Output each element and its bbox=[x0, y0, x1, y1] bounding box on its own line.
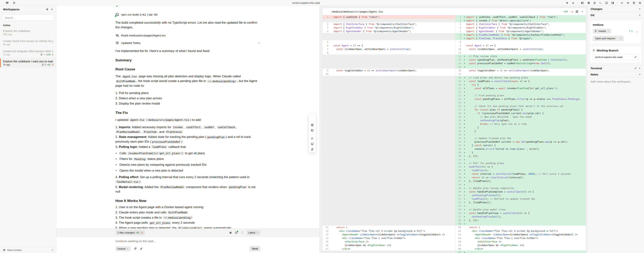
diff-deletions: -1 bbox=[570, 10, 573, 13]
help-icon[interactable] bbox=[632, 2, 635, 4]
sidebar-title: Workspaces bbox=[3, 8, 20, 11]
changes-section-header[interactable]: Changes bbox=[588, 6, 644, 12]
copy-icon[interactable] bbox=[311, 129, 314, 132]
assistant-paragraph: I've implemented the fix. Here's a summa… bbox=[116, 48, 260, 53]
diff-line-old: 12 <div className="flex flex-col h-scree… bbox=[322, 229, 455, 233]
layers-icon[interactable] bbox=[46, 8, 48, 10]
view-archive-button[interactable]: View Archive 0 bbox=[0, 247, 56, 253]
working-branch-card: Working Branch vk/3ccf-explore-the-code bbox=[590, 46, 642, 63]
diff-line-new: 30+ setPendingPlan(plan); bbox=[455, 118, 586, 122]
diff-row: 32+ } bbox=[322, 126, 586, 129]
diff-row: 52+ loadPlans(); // Refresh to update tr… bbox=[322, 197, 586, 201]
megaphone-icon[interactable] bbox=[626, 2, 629, 4]
diff-line-old: 9 const toggleSidebar = () => setSidebar… bbox=[322, 69, 455, 72]
model-selector[interactable]: Default bbox=[116, 246, 131, 251]
diff-line-new: 50+ const handlePlanComplete = useCallba… bbox=[455, 190, 586, 194]
new-workspace-icon[interactable] bbox=[51, 8, 53, 10]
open-pull-request-button[interactable]: Open pull request bbox=[593, 36, 618, 41]
gear-icon[interactable] bbox=[638, 2, 641, 4]
pause-icon[interactable] bbox=[566, 2, 568, 4]
monitor-icon[interactable] bbox=[605, 2, 608, 4]
workspace-item[interactable]: Create Good First Issues on Github So p6… bbox=[0, 38, 56, 48]
workspace-title: Install and integrate Vibe Kanban Web C bbox=[3, 50, 54, 53]
workspace-title: Explore the codebase I want you to expl bbox=[3, 60, 54, 63]
diff-line-new: 15+ bbox=[455, 65, 586, 69]
diff-line-old bbox=[322, 197, 455, 201]
wrap-icon[interactable] bbox=[311, 124, 314, 126]
route-icon[interactable] bbox=[311, 148, 314, 151]
working-branch-input[interactable]: vk/3ccf-explore-the-code bbox=[593, 54, 639, 60]
attach-icon[interactable] bbox=[134, 247, 137, 250]
repo-menu-button[interactable]: ... bbox=[635, 30, 639, 33]
expand-icon[interactable] bbox=[634, 67, 637, 70]
send-button[interactable]: Send bbox=[249, 246, 260, 252]
list-item: 3. The hook script creates a file in ~/.… bbox=[116, 215, 260, 220]
tool-call-chip[interactable]: npm run build 2>&1 | tail -80 bbox=[116, 13, 260, 16]
panel-right-icon[interactable] bbox=[611, 2, 614, 4]
diff-card: TS /medusa/medusa/src/pages/Agent.tsx +5… bbox=[322, 8, 586, 253]
play-icon[interactable] bbox=[311, 137, 314, 140]
git-section-header[interactable]: Git bbox=[588, 12, 644, 18]
list-item: •Detects new plans by comparing against … bbox=[116, 162, 260, 167]
notes-input[interactable]: Add notes about this workspace... bbox=[588, 78, 644, 86]
workspace-timestamp: 6h ago bbox=[3, 43, 10, 46]
monitor-icon[interactable] bbox=[311, 142, 314, 146]
terminal-section-header[interactable]: Terminal bbox=[588, 65, 644, 71]
diff-line-new: 67+ bbox=[455, 250, 586, 253]
files-changed-chip[interactable]: 2 files changed +61 -3 bbox=[116, 230, 145, 235]
composer: 2 files changed +61 -3 Latest Continue w… bbox=[56, 228, 319, 253]
chevron-down-icon bbox=[126, 248, 128, 250]
pull-request-options-button[interactable] bbox=[618, 36, 624, 41]
chevrons-up-icon[interactable] bbox=[572, 2, 574, 4]
workspace-item[interactable]: Explore the codebase I want you to expl7… bbox=[0, 58, 56, 68]
diff-line-new: 20+ try { bbox=[455, 83, 586, 86]
diff-line-new: 64 <ChatInterface /> bbox=[455, 240, 586, 244]
chevron-right-icon bbox=[638, 8, 641, 10]
diff-line-new: 4import { RightSidebar } from "@/compone… bbox=[455, 26, 586, 30]
spark-icon[interactable] bbox=[229, 231, 232, 234]
panel-left-icon[interactable] bbox=[581, 2, 584, 4]
tool-call-chip[interactable]: Updated Todos bbox=[116, 41, 260, 45]
chat-transcript: npm run build 2>&1 | tail -80The build c… bbox=[116, 6, 260, 248]
workspace-item[interactable]: Explore the codebase35m ago bbox=[0, 28, 56, 38]
route-icon[interactable] bbox=[593, 2, 596, 4]
todos-status-icon[interactable] bbox=[235, 231, 238, 234]
wrap-mode-icon[interactable] bbox=[576, 10, 578, 13]
diff-line-new: 45+ const interval = setInterval(loadPla… bbox=[455, 172, 586, 176]
tool-call-chip[interactable]: Read medusa/src/pages/Agent.tsx bbox=[116, 34, 260, 37]
diff-file-header: TS /medusa/medusa/src/pages/Agent.tsx +5… bbox=[322, 8, 586, 15]
diff-line-new: 28+ if (!previousPlanIdsRef.current.has(… bbox=[455, 112, 586, 115]
search-input[interactable] bbox=[3, 15, 54, 21]
menu-icon[interactable] bbox=[620, 2, 623, 4]
message-input[interactable]: Continue working on this task... Default… bbox=[56, 237, 319, 253]
chevron-down-icon[interactable] bbox=[258, 42, 260, 44]
diff-row: 13 <AgentHeader sidebarOpen={sidebarOpen… bbox=[322, 233, 586, 236]
sign-out-icon[interactable] bbox=[13, 1, 16, 4]
archive-box-icon[interactable] bbox=[6, 1, 9, 4]
diff-line-old bbox=[322, 158, 455, 162]
latest-dropdown[interactable]: Latest bbox=[246, 230, 260, 235]
collapse-diff-icon[interactable] bbox=[581, 10, 583, 13]
diff-row: 39+ } bbox=[322, 151, 586, 154]
diff-line-old bbox=[322, 201, 455, 204]
diff-line-new: 27+ for (const plan of pendingPlans) { bbox=[455, 108, 586, 112]
file-icon bbox=[40, 54, 42, 56]
dictate-icon[interactable] bbox=[140, 247, 143, 250]
edit-icon[interactable] bbox=[634, 56, 637, 58]
list-item: 4. The Agent page polls get_all_plans ev… bbox=[116, 220, 260, 225]
diff-row: 40+ }, []); bbox=[322, 154, 586, 158]
terminal-icon[interactable] bbox=[599, 2, 602, 4]
diff-line-new: 6+import { PlanReviewModal } from "@/com… bbox=[455, 33, 586, 36]
diff-line-new: 24+ const pendingPlans = allPlans.filter… bbox=[455, 97, 586, 101]
workspace-item[interactable]: Install and integrate Vibe Kanban Web C7… bbox=[0, 48, 56, 58]
branch-selector[interactable]: master bbox=[593, 28, 611, 34]
diff-line-new: 32+ } bbox=[455, 126, 586, 129]
drag-handle-icon[interactable] bbox=[311, 116, 314, 118]
diff-row: 24+ const pendingPlans = allPlans.filter… bbox=[322, 97, 586, 101]
contrast-icon[interactable] bbox=[587, 2, 590, 4]
chevron-down-icon bbox=[638, 14, 641, 16]
diff-row: 21+ const allPlans = await invoke<PlanIt… bbox=[322, 86, 586, 90]
diff-line-old bbox=[322, 222, 455, 226]
notes-section-header[interactable]: Notes bbox=[588, 71, 644, 78]
working-branch-label: Working Branch bbox=[597, 49, 618, 52]
